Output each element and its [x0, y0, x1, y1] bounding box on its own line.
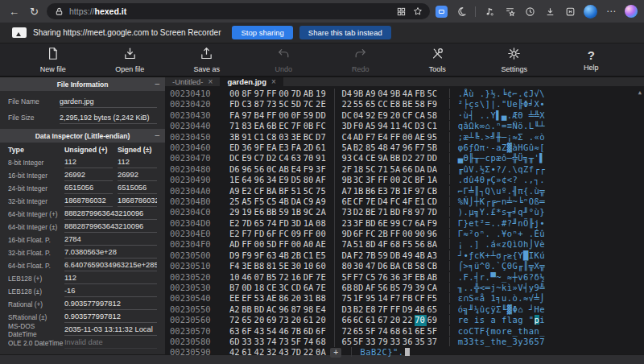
- byte-cell[interactable]: 54: [266, 326, 279, 337]
- byte-cell[interactable]: 2A: [316, 207, 328, 217]
- byte-cell[interactable]: 7F: [378, 304, 390, 315]
- ascii-text-column[interactable]: ¡ .] .á«zQìOh⌡Vè: [449, 239, 545, 249]
- byte-cell[interactable]: 5E: [279, 261, 291, 271]
- byte-cell[interactable]: 53: [254, 293, 266, 304]
- inspector-value[interactable]: 6.6407659034963215e+285: [64, 260, 157, 271]
- byte-cell[interactable]: EB: [415, 272, 427, 283]
- back-icon[interactable]: ←: [6, 6, 22, 18]
- byte-cell[interactable]: 9A: [378, 153, 390, 163]
- split-grid-icon[interactable]: [396, 6, 407, 17]
- byte-cell[interactable]: 4F: [378, 239, 390, 250]
- byte-cell[interactable]: 4B: [415, 250, 427, 261]
- byte-cell[interactable]: F9: [242, 250, 254, 261]
- byte-cell[interactable]: 4F: [402, 196, 415, 207]
- byte-cell[interactable]: 9D: [334, 229, 353, 239]
- byte-cell[interactable]: C5: [365, 272, 378, 283]
- byte-cell[interactable]: 48: [378, 143, 390, 153]
- byte-cell[interactable]: FF: [279, 239, 291, 250]
- byte-cell[interactable]: 20: [291, 293, 303, 304]
- byte-cell[interactable]: F9: [427, 99, 439, 110]
- byte-cell[interactable]: 65: [334, 337, 353, 347]
- byte-cell[interactable]: C5: [266, 196, 279, 207]
- byte-cell[interactable]: 71: [378, 207, 390, 217]
- byte-cell[interactable]: 7F: [291, 121, 303, 131]
- byte-cell[interactable]: AC: [266, 304, 279, 315]
- byte-cell[interactable]: 37: [427, 337, 439, 347]
- byte-cell[interactable]: 96: [279, 304, 291, 315]
- byte-cell[interactable]: 7D: [291, 347, 303, 358]
- byte-cell[interactable]: BA: [390, 261, 402, 271]
- byte-cell[interactable]: 59: [303, 110, 316, 121]
- tab-close-icon[interactable]: ×: [271, 77, 276, 86]
- byte-cell[interactable]: FC: [390, 196, 402, 207]
- share-this-tab-button[interactable]: Share this tab instead: [299, 26, 391, 39]
- ascii-text-column[interactable]: φ6ƒΩπ·-aZ▓àHGû≈[: [449, 143, 545, 152]
- byte-cell[interactable]: C1: [254, 132, 266, 143]
- ascii-text-column[interactable]: m33ts_the_3y3657: [449, 337, 545, 346]
- byte-cell[interactable]: 7E: [316, 283, 328, 293]
- byte-cell[interactable]: E6: [254, 207, 266, 217]
- byte-cell[interactable]: 3F: [402, 272, 415, 283]
- byte-cell[interactable]: A9: [365, 89, 378, 99]
- byte-cell[interactable]: 6A: [303, 283, 316, 293]
- byte-cell[interactable]: A3: [427, 250, 439, 261]
- byte-cell[interactable]: 6B: [266, 121, 279, 131]
- byte-cell[interactable]: BB: [242, 304, 254, 315]
- byte-cell[interactable]: 8D: [365, 239, 378, 250]
- byte-cell[interactable]: 0D: [242, 283, 254, 293]
- byte-cell[interactable]: 98: [303, 304, 316, 315]
- byte-cell[interactable]: 20: [254, 315, 266, 325]
- byte-cell[interactable]: 20: [390, 315, 402, 325]
- byte-cell[interactable]: EF: [242, 293, 254, 304]
- byte-cell[interactable]: 6B: [334, 283, 353, 293]
- byte-cell[interactable]: 31: [303, 293, 316, 304]
- byte-cell[interactable]: 46: [279, 326, 291, 337]
- byte-cell[interactable]: 9F: [254, 250, 266, 261]
- byte-cell[interactable]: CA: [427, 283, 439, 293]
- byte-cell[interactable]: E2: [229, 229, 242, 239]
- byte-cell[interactable]: 23: [334, 218, 353, 229]
- byte-cell[interactable]: 11: [390, 121, 402, 131]
- byte-cell[interactable]: 71: [378, 164, 390, 175]
- byte-cell[interactable]: 6D: [229, 337, 242, 347]
- byte-cell[interactable]: FF: [378, 175, 390, 185]
- byte-cell[interactable]: A9: [229, 186, 242, 196]
- byte-cell[interactable]: D3: [334, 304, 353, 315]
- byte-cell[interactable]: 9B: [353, 89, 365, 99]
- moon-extension-icon[interactable]: [455, 5, 468, 18]
- byte-cell[interactable]: 65: [353, 326, 365, 337]
- byte-cell[interactable]: E8: [390, 99, 402, 110]
- byte-cell[interactable]: 2B: [378, 229, 390, 239]
- byte-cell[interactable]: 0F: [291, 110, 303, 121]
- byte-cell[interactable]: 1B: [353, 186, 365, 196]
- byte-cell[interactable]: 00: [402, 229, 415, 239]
- byte-cell[interactable]: 91: [316, 153, 328, 163]
- byte-cell[interactable]: F7: [242, 229, 254, 239]
- inspector-value[interactable]: -16: [64, 286, 157, 297]
- inspector-unsigned-value[interactable]: 112: [64, 157, 113, 168]
- byte-cell[interactable]: 83: [242, 121, 254, 131]
- profile-avatar[interactable]: [584, 5, 597, 19]
- byte-cell[interactable]: 00: [291, 239, 303, 250]
- inspector-value[interactable]: 2784: [64, 234, 157, 246]
- byte-cell[interactable]: BD: [254, 304, 266, 315]
- byte-cell[interactable]: B8: [254, 261, 266, 271]
- byte-cell[interactable]: C4: [334, 132, 353, 143]
- byte-cell[interactable]: DA: [427, 164, 439, 175]
- byte-cell[interactable]: 7B: [390, 186, 402, 196]
- file-name-value[interactable]: garden.jpg: [60, 96, 157, 108]
- byte-cell[interactable]: 63: [291, 153, 303, 163]
- inspector-value[interactable]: 0.903577997812: [64, 312, 157, 323]
- inspector-value[interactable]: 0.903577997812: [64, 299, 157, 310]
- byte-cell[interactable]: 3F: [316, 164, 328, 175]
- byte-cell[interactable]: FA: [229, 110, 242, 121]
- byte-cell[interactable]: FF: [390, 132, 402, 143]
- byte-cell[interactable]: 93: [334, 153, 353, 163]
- byte-cell[interactable]: 94: [378, 121, 390, 131]
- byte-cell[interactable]: B4: [254, 110, 266, 121]
- byte-cell[interactable]: BE: [365, 207, 378, 217]
- byte-cell[interactable]: 00: [316, 229, 328, 239]
- byte-cell[interactable]: A0: [303, 239, 316, 250]
- byte-cell[interactable]: 5D: [266, 239, 279, 250]
- byte-cell[interactable]: B8: [316, 293, 328, 304]
